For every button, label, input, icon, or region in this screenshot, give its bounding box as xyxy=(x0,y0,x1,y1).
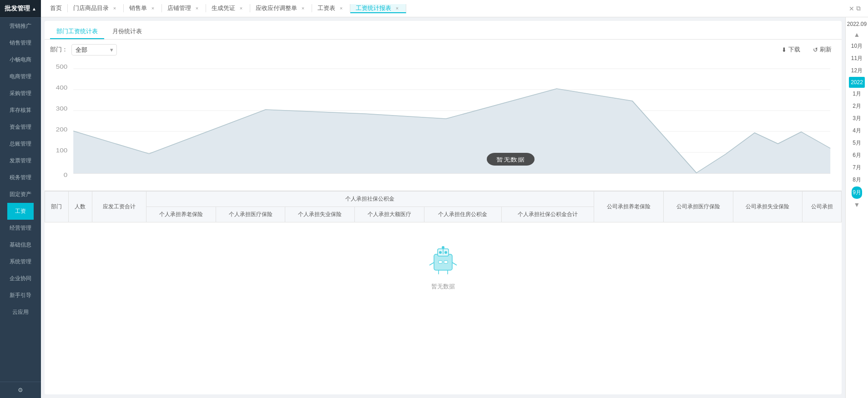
tab-7[interactable]: 工资统计报表× xyxy=(350,4,406,13)
tab-close-3[interactable]: × xyxy=(194,5,200,11)
tab-close-6[interactable]: × xyxy=(338,5,344,11)
sidebar-item-营销推广[interactable]: 营销推广 xyxy=(7,18,34,35)
sidebar-item-电商管理[interactable]: 电商管理 xyxy=(7,68,34,85)
sidebar-header[interactable]: 批发管理 ▲ xyxy=(0,0,41,18)
col-personal-large-medical: 个人承担大额医疗 xyxy=(355,207,424,222)
timeline-item-6月[interactable]: 6月 xyxy=(849,149,865,161)
tab-6[interactable]: 工资表× xyxy=(312,4,350,12)
sidebar-item-工资[interactable]: 工资 xyxy=(7,203,34,220)
settings-icon: ⚙ xyxy=(18,387,23,393)
timeline-current-date: 2022.09 xyxy=(846,19,868,29)
col-company-medical: 公司承担医疗保险 xyxy=(663,191,733,222)
filter-label: 部门： xyxy=(50,45,68,54)
timeline-down-arrow[interactable]: ▼ xyxy=(846,199,868,210)
sidebar-footer-settings[interactable]: ⚙ xyxy=(0,382,41,398)
tab-4[interactable]: 生成凭证× xyxy=(206,4,250,12)
svg-text:500: 500 xyxy=(56,64,68,70)
sidebar-item-库存核算[interactable]: 库存核算 xyxy=(7,102,34,119)
svg-text:0: 0 xyxy=(64,172,68,178)
tab-close-4[interactable]: × xyxy=(238,5,244,11)
tab-2[interactable]: 销售单× xyxy=(124,4,162,12)
sidebar-item-总账管理[interactable]: 总账管理 xyxy=(7,136,34,152)
tab-close-all[interactable]: ✕ ⧉ xyxy=(845,5,864,12)
sidebar-item-新手引导[interactable]: 新手引导 xyxy=(7,287,34,304)
sidebar-item-基础信息[interactable]: 基础信息 xyxy=(7,237,34,253)
sidebar-item-固定资产[interactable]: 固定资产 xyxy=(7,186,34,203)
timeline-item-9月[interactable]: 9月 xyxy=(852,186,862,199)
sidebar-item-云应用[interactable]: 云应用 xyxy=(7,304,34,321)
svg-text:200: 200 xyxy=(56,127,68,133)
svg-rect-19 xyxy=(439,261,442,263)
main-area: 首页门店商品目录×销售单×店铺管理×生成凭证×应收应付调整单×工资表×工资统计报… xyxy=(41,0,868,398)
refresh-icon: ↺ xyxy=(813,46,818,53)
tab-close-7[interactable]: × xyxy=(394,5,400,11)
timeline-item-10月[interactable]: 10月 xyxy=(849,40,865,52)
salary-table: 部门 人数 应发工资合计 个人承担社保公积金 公司承担养老保险 公司承担医疗保险… xyxy=(45,191,842,222)
svg-point-22 xyxy=(442,246,444,249)
col-count: 人数 xyxy=(68,191,92,222)
col-personal-total: 个人承担社保公积金合计 xyxy=(501,207,594,222)
tab-3[interactable]: 店铺管理× xyxy=(162,4,206,12)
timeline-item-11月[interactable]: 11月 xyxy=(849,52,865,65)
sidebar-item-采购管理[interactable]: 采购管理 xyxy=(7,85,34,102)
tab-label-4: 生成凭证 xyxy=(212,4,235,12)
table-area[interactable]: 部门 人数 应发工资合计 个人承担社保公积金 公司承担养老保险 公司承担医疗保险… xyxy=(45,191,842,394)
tab-label-3: 店铺管理 xyxy=(167,4,191,12)
tab-label-1: 门店商品目录 xyxy=(73,4,109,12)
download-icon: ⬇ xyxy=(782,46,787,53)
download-label: 下载 xyxy=(788,45,800,54)
tab-5[interactable]: 应收应付调整单× xyxy=(250,4,312,12)
tab-label-2: 销售单 xyxy=(129,4,147,12)
svg-marker-12 xyxy=(73,89,830,173)
col-group-personal: 个人承担社保公积金 xyxy=(146,191,594,207)
tab-close-2[interactable]: × xyxy=(150,5,156,11)
timeline-item-8月[interactable]: 8月 xyxy=(849,174,865,186)
timeline-item-2月[interactable]: 2月 xyxy=(849,100,865,112)
download-button[interactable]: ⬇ 下载 xyxy=(777,43,805,56)
svg-text:300: 300 xyxy=(56,106,68,112)
refresh-button[interactable]: ↺ 刷新 xyxy=(808,43,836,56)
table-header-row-1: 部门 人数 应发工资合计 个人承担社保公积金 公司承担养老保险 公司承担医疗保险… xyxy=(45,191,842,207)
sidebar-item-经营管理[interactable]: 经营管理 xyxy=(7,220,34,237)
chart-area: 500 400 300 200 100 0 xyxy=(45,60,842,191)
timeline-up-arrow[interactable]: ▲ xyxy=(846,29,868,40)
tab-close-1[interactable]: × xyxy=(111,5,118,11)
sub-tab-1[interactable]: 月份统计表 xyxy=(106,25,148,39)
sub-tab-0[interactable]: 部门工资统计表 xyxy=(50,25,104,39)
close-icon: ✕ xyxy=(849,5,854,12)
sidebar-item-税务管理[interactable]: 税务管理 xyxy=(7,169,34,186)
tab-1[interactable]: 门店商品目录× xyxy=(68,4,124,12)
tab-bar: 首页门店商品目录×销售单×店铺管理×生成凭证×应收应付调整单×工资表×工资统计报… xyxy=(41,0,868,17)
sidebar-item-发票管理[interactable]: 发票管理 xyxy=(7,152,34,169)
timeline-item-5月[interactable]: 5月 xyxy=(849,137,865,149)
tab-items: 首页门店商品目录×销售单×店铺管理×生成凭证×应收应付调整单×工资表×工资统计报… xyxy=(45,4,406,13)
timeline-items: 10月11月12月20221月2月3月4月5月6月7月8月9月 xyxy=(849,40,865,199)
col-dept: 部门 xyxy=(45,191,69,222)
sidebar-item-企业协同[interactable]: 企业协同 xyxy=(7,270,34,287)
timeline-date-text: 2022.09 xyxy=(847,21,867,27)
sidebar-item-资金管理[interactable]: 资金管理 xyxy=(7,119,34,136)
sidebar-item-小畅电商[interactable]: 小畅电商 xyxy=(7,51,34,68)
tab-close-5[interactable]: × xyxy=(300,5,306,11)
sidebar-collapse-icon: ▲ xyxy=(32,6,36,11)
col-company-pension: 公司承担养老保险 xyxy=(594,191,663,222)
department-select[interactable]: 全部 xyxy=(71,44,117,55)
timeline-item-4月[interactable]: 4月 xyxy=(849,125,865,137)
tab-0[interactable]: 首页 xyxy=(45,4,68,12)
content-area: 部门工资统计表月份统计表 部门： 全部 ⬇ 下载 xyxy=(45,21,842,394)
sidebar-item-系统管理[interactable]: 系统管理 xyxy=(7,253,34,270)
sidebar: 批发管理 ▲ 营销推广销售管理小畅电商电商管理采购管理库存核算资金管理总账管理发… xyxy=(0,0,41,398)
timeline-item-3月[interactable]: 3月 xyxy=(849,112,865,125)
svg-line-24 xyxy=(452,262,457,265)
svg-text:100: 100 xyxy=(56,148,68,154)
filter-section: 部门： 全部 xyxy=(50,44,117,55)
timeline-item-2022[interactable]: 2022 xyxy=(849,77,865,88)
svg-point-17 xyxy=(439,251,442,254)
empty-text: 暂无数据 xyxy=(431,282,455,291)
timeline-item-12月[interactable]: 12月 xyxy=(849,65,865,77)
sidebar-item-销售管理[interactable]: 销售管理 xyxy=(7,35,34,51)
timeline-item-1月[interactable]: 1月 xyxy=(849,88,865,100)
col-personal-unemployment: 个人承担失业保险 xyxy=(285,207,355,222)
timeline-panel: 2022.09 ▲ 10月11月12月20221月2月3月4月5月6月7月8月9… xyxy=(845,17,868,398)
timeline-item-7月[interactable]: 7月 xyxy=(849,161,865,174)
